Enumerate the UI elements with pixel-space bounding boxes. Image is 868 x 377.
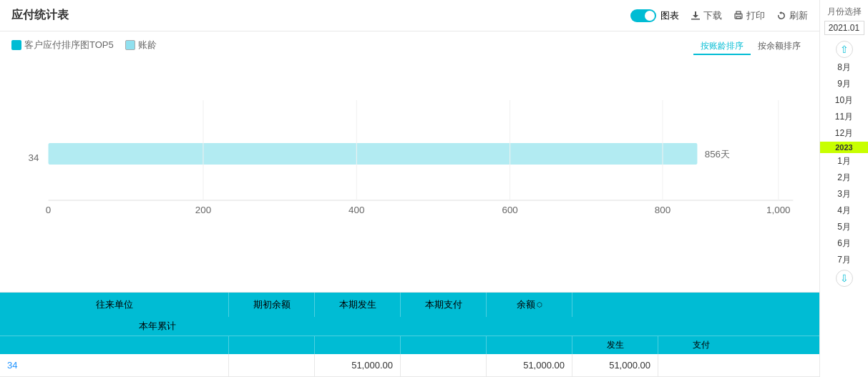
nav-up-button[interactable]: ⇧ [836,41,853,58]
month-item-2月[interactable]: 2月 [820,170,868,186]
th-current-occur-sub [315,336,401,354]
svg-text:1,000: 1,000 [766,205,791,215]
month-item-8月[interactable]: 8月 [820,59,868,76]
month-item-3月[interactable]: 3月 [820,186,868,202]
print-label: 打印 [746,9,765,22]
month-item-10月[interactable]: 10月 [820,92,868,109]
sort-tab-balance[interactable]: 按余额排序 [751,39,808,55]
chart-area: 客户应付排序图TOP5 账龄 按账龄排序 按余额排序 34 856天 [0,31,819,292]
th-balance: 余额 ⬡ [487,293,572,317]
th-opening: 期初余额 [229,293,315,317]
table-header-row2: 发生 支付 [0,336,819,354]
chart-svg: 34 856天 0 200 400 600 800 1,000 [11,57,808,258]
legend-label-2: 账龄 [138,39,157,52]
print-button[interactable]: 打印 [733,9,765,22]
td-unit: 34 [0,354,229,376]
month-item-5月[interactable]: 5月 [820,219,868,235]
month-item-1月[interactable]: 1月 [820,153,868,170]
th-unit: 往来单位 [0,293,229,317]
td-balance: 51,000.00 [487,354,572,376]
sort-tab-age[interactable]: 按账龄排序 [693,39,751,55]
th-ytd-group: 本年累计 [0,317,315,336]
legend-item-1: 客户应付排序图TOP5 [11,39,114,52]
legend-label-1: 客户应付排序图TOP5 [24,39,114,52]
chart-toggle-wrap[interactable]: 图表 [630,9,679,22]
month-item-12月[interactable]: 12月 [820,125,868,142]
month-item-6月[interactable]: 6月 [820,235,868,252]
td-ytd-pay [658,354,744,376]
header-actions: 图表 下载 打印 刷新 [630,9,808,22]
td-current-pay [401,354,487,376]
legend-item-2: 账龄 [125,39,157,52]
month-item-4月[interactable]: 4月 [820,202,868,219]
download-label: 下载 [703,9,722,22]
th-balance-sub [487,336,572,354]
th-unit-sub [0,336,229,354]
td-opening [229,354,315,376]
svg-text:200: 200 [195,205,211,215]
page-title: 应付统计表 [11,8,69,23]
legend-color-1 [11,40,21,50]
chart-legend: 客户应付排序图TOP5 账龄 [11,39,808,52]
chart-container: 34 856天 0 200 400 600 800 1,000 [11,57,808,265]
month-list: 8月9月10月11月12月20231月2月3月4月5月6月7月 [820,59,868,268]
legend-color-2 [125,40,135,50]
svg-text:600: 600 [502,205,517,215]
sort-tabs: 按账龄排序 按余额排序 [693,39,808,55]
month-item-9月[interactable]: 9月 [820,76,868,92]
svg-rect-3 [736,16,741,19]
download-button[interactable]: 下载 [691,9,722,22]
refresh-button[interactable]: 刷新 [776,9,808,22]
unit-link[interactable]: 34 [7,360,17,371]
th-opening-sub [229,336,315,354]
month-item-11月[interactable]: 11月 [820,109,868,125]
th-current-occur: 本期发生 [315,293,401,317]
year-input[interactable] [824,21,864,35]
td-ytd-occur: 51,000.00 [572,354,658,376]
refresh-icon [776,11,786,21]
svg-text:0: 0 [46,205,51,215]
svg-text:34: 34 [28,152,39,163]
svg-rect-5 [49,143,698,165]
td-current-occur: 51,000.00 [315,354,401,376]
sidebar: 月份选择 ⇧ 8月9月10月11月12月20231月2月3月4月5月6月7月 ⇩ [819,0,868,377]
table-area: 往来单位 期初余额 本期发生 本期支付 余额 ⬡ 本年累计 发生 支付 34 [0,292,819,377]
month-item-7月[interactable]: 7月 [820,252,868,268]
nav-down-button[interactable]: ⇩ [836,270,853,287]
table-row: 34 51,000.00 51,000.00 51,000.00 [0,354,819,377]
th-ytd-pay: 支付 [658,336,744,354]
chart-toggle[interactable] [630,9,656,22]
svg-rect-0 [691,19,700,20]
refresh-label: 刷新 [789,9,808,22]
table-header-row1: 往来单位 期初余额 本期发生 本期支付 余额 ⬡ 本年累计 [0,293,819,336]
balance-icon: ⬡ [537,301,542,308]
sidebar-title: 月份选择 [827,6,862,18]
th-current-pay: 本期支付 [401,293,487,317]
download-icon [691,11,701,21]
svg-text:800: 800 [655,205,670,215]
year-marker-2023: 2023 [820,142,868,153]
svg-text:856天: 856天 [705,149,731,160]
th-current-pay-sub [401,336,487,354]
print-icon [733,11,743,21]
th-ytd-occur: 发生 [572,336,658,354]
svg-text:400: 400 [348,205,364,215]
chart-toggle-label: 图表 [660,9,679,22]
